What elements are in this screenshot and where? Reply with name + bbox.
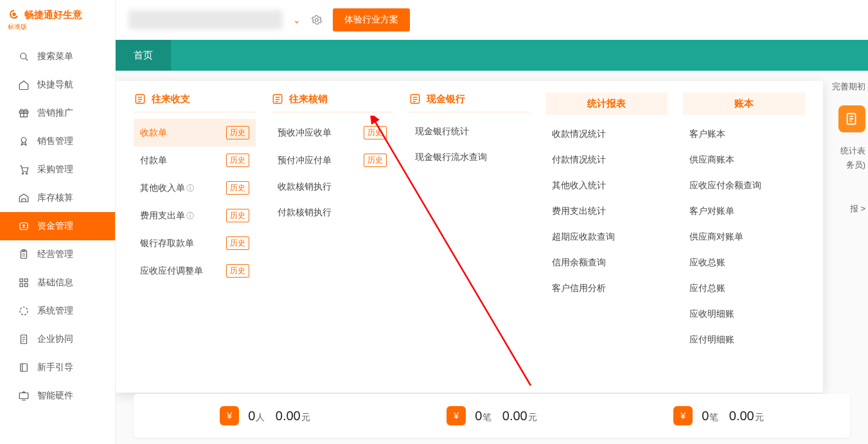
cart-icon bbox=[18, 164, 30, 175]
mega-menu-item[interactable]: 应收总账 bbox=[683, 250, 805, 276]
mega-menu-item[interactable]: 超期应收款查询 bbox=[545, 224, 668, 250]
stat-count: 0 bbox=[475, 409, 482, 423]
sidebar-item-label: 企业协同 bbox=[37, 333, 73, 345]
stat-icon: ¥ bbox=[447, 406, 466, 425]
sidebar-item-marketing[interactable]: 营销推广 bbox=[0, 99, 115, 127]
sidebar-item-search[interactable]: 搜索菜单 bbox=[0, 42, 115, 71]
sidebar-item-biz[interactable]: 经营管理 bbox=[0, 240, 115, 269]
account-selector-redacted[interactable] bbox=[128, 10, 283, 30]
mega-menu-item[interactable]: 现金银行流水查询 bbox=[409, 145, 531, 170]
mega-item-label: 其他收入单ⓘ bbox=[140, 182, 194, 194]
mega-item-label: 超期应收款查询 bbox=[552, 231, 615, 243]
doc-icon bbox=[18, 333, 30, 345]
mega-menu-item[interactable]: 费用支出统计 bbox=[545, 199, 668, 224]
sidebar-item-quicknav[interactable]: 快捷导航 bbox=[0, 71, 115, 99]
sidebar-item-purchase[interactable]: 采购管理 bbox=[0, 155, 115, 184]
sidebar-item-hardware[interactable]: 智能硬件 bbox=[0, 382, 115, 410]
mega-item-label: 应付明细账 bbox=[689, 334, 734, 346]
mega-menu-item[interactable]: 信用余额查询 bbox=[545, 250, 668, 276]
mega-menu-item[interactable]: 客户信用分析 bbox=[545, 276, 668, 301]
tab-home[interactable]: 首页 bbox=[116, 40, 171, 71]
mega-menu-item[interactable]: 收款核销执行 bbox=[271, 174, 393, 200]
sidebar-item-funds[interactable]: 资金管理 bbox=[0, 212, 115, 240]
mega-menu-item[interactable]: 其他收入统计 bbox=[545, 173, 668, 199]
history-tag[interactable]: 历史 bbox=[364, 126, 387, 139]
mega-menu-item[interactable]: 其他收入单ⓘ历史 bbox=[134, 174, 256, 202]
grid-icon bbox=[18, 277, 30, 289]
sidebar-item-guide[interactable]: 新手引导 bbox=[0, 353, 115, 382]
mega-section-title: 账本 bbox=[734, 98, 754, 110]
svg-point-17 bbox=[315, 19, 319, 22]
history-tag[interactable]: 历史 bbox=[226, 126, 249, 139]
stat-icon: ¥ bbox=[220, 406, 239, 425]
stat-icon: ¥ bbox=[673, 406, 693, 425]
chevron-down-icon[interactable]: ⌄ bbox=[293, 15, 301, 25]
sidebar-item-label: 系统管理 bbox=[37, 305, 73, 317]
sidebar-item-label: 搜索菜单 bbox=[37, 51, 73, 62]
sidebar-item-sales[interactable]: 销售管理 bbox=[0, 127, 115, 155]
mega-menu-item[interactable]: 预收冲应收单历史 bbox=[271, 119, 393, 147]
stat-count-unit: 笔 bbox=[483, 412, 492, 422]
content-area: 往来收支收款单历史付款单历史其他收入单ⓘ历史费用支出单ⓘ历史银行存取款单历史应收… bbox=[116, 71, 868, 444]
mega-menu-item[interactable]: 收款情况统计 bbox=[545, 121, 668, 147]
mega-menu-item[interactable]: 收款单历史 bbox=[134, 119, 256, 147]
mega-menu-item[interactable]: 银行存取款单历史 bbox=[134, 229, 256, 257]
history-tag[interactable]: 历史 bbox=[226, 181, 249, 195]
gear-icon[interactable] bbox=[311, 14, 323, 26]
stat-count: 0 bbox=[702, 409, 709, 423]
sidebar-item-label: 采购管理 bbox=[37, 164, 73, 175]
mega-menu-item[interactable]: 应付总账 bbox=[683, 276, 805, 301]
try-industry-plan-button[interactable]: 体验行业方案 bbox=[333, 8, 410, 31]
mega-section-title: 现金银行 bbox=[427, 93, 465, 105]
mega-menu-item[interactable]: 应收明细账 bbox=[683, 301, 805, 327]
brand-name: 畅捷通好生意 bbox=[24, 9, 82, 21]
section-icon bbox=[409, 93, 421, 105]
book-icon bbox=[18, 362, 30, 373]
svg-rect-10 bbox=[25, 279, 28, 282]
mega-menu-item[interactable]: 应付明细账 bbox=[683, 327, 805, 353]
hint-text: 务员) bbox=[846, 159, 865, 171]
sidebar-item-stock[interactable]: 库存核算 bbox=[0, 184, 115, 212]
section-icon bbox=[134, 93, 146, 105]
mega-menu-item[interactable]: 客户账本 bbox=[683, 121, 805, 147]
history-tag[interactable]: 历史 bbox=[226, 209, 249, 222]
history-tag[interactable]: 历史 bbox=[364, 154, 387, 167]
stat-count-unit: 笔 bbox=[709, 412, 718, 422]
mega-menu-item[interactable]: 付款单历史 bbox=[134, 147, 256, 174]
mega-menu-item[interactable]: 费用支出单ⓘ历史 bbox=[134, 202, 256, 229]
mega-item-label: 费用支出统计 bbox=[552, 206, 606, 217]
mega-menu-item[interactable]: 付款情况统计 bbox=[545, 147, 668, 173]
sidebar-item-label: 资金管理 bbox=[37, 220, 73, 232]
sidebar-item-basic[interactable]: 基础信息 bbox=[0, 269, 115, 297]
main-area: ⌄ 体验行业方案 首页 往来收支收款单历史付款单历史其他收入单ⓘ历史费用支出单ⓘ… bbox=[116, 0, 868, 444]
mega-menu-item[interactable]: 付款核销执行 bbox=[271, 200, 393, 226]
money-icon bbox=[18, 220, 30, 232]
sidebar-item-system[interactable]: 系统管理 bbox=[0, 297, 115, 325]
sidebar-item-coop[interactable]: 企业协同 bbox=[0, 325, 115, 353]
help-icon[interactable]: ⓘ bbox=[186, 184, 194, 193]
sidebar-item-label: 销售管理 bbox=[37, 136, 73, 147]
mega-item-label: 应收应付调整单 bbox=[140, 265, 203, 277]
mega-menu-item[interactable]: 供应商对账单 bbox=[683, 224, 805, 250]
mega-item-label: 收款核销执行 bbox=[278, 181, 332, 193]
brand-edition: 标准版 bbox=[8, 22, 107, 31]
svg-rect-11 bbox=[20, 284, 23, 287]
mega-menu-item[interactable]: 应收应付调整单历史 bbox=[134, 257, 256, 285]
section-icon bbox=[271, 93, 284, 105]
history-tag[interactable]: 历史 bbox=[226, 236, 249, 250]
mega-menu-item[interactable]: 预付冲应付单历史 bbox=[271, 147, 393, 174]
mega-item-label: 应收应付余额查询 bbox=[689, 180, 761, 191]
mega-menu-item[interactable]: 现金银行统计 bbox=[409, 119, 531, 145]
mega-item-label: 现金银行统计 bbox=[415, 126, 469, 138]
report-icon[interactable] bbox=[838, 105, 865, 132]
history-tag[interactable]: 历史 bbox=[226, 154, 249, 167]
history-tag[interactable]: 历史 bbox=[226, 264, 249, 278]
mega-menu-item[interactable]: 客户对账单 bbox=[683, 199, 805, 224]
mega-menu-item[interactable]: 供应商账本 bbox=[683, 147, 805, 173]
mega-menu-item[interactable]: 应收应付余额查询 bbox=[683, 173, 805, 199]
svg-point-1 bbox=[21, 53, 26, 59]
help-icon[interactable]: ⓘ bbox=[186, 211, 194, 220]
svg-point-6 bbox=[26, 173, 27, 174]
badge-icon bbox=[18, 136, 30, 147]
hint-text[interactable]: 报 > bbox=[850, 203, 865, 215]
